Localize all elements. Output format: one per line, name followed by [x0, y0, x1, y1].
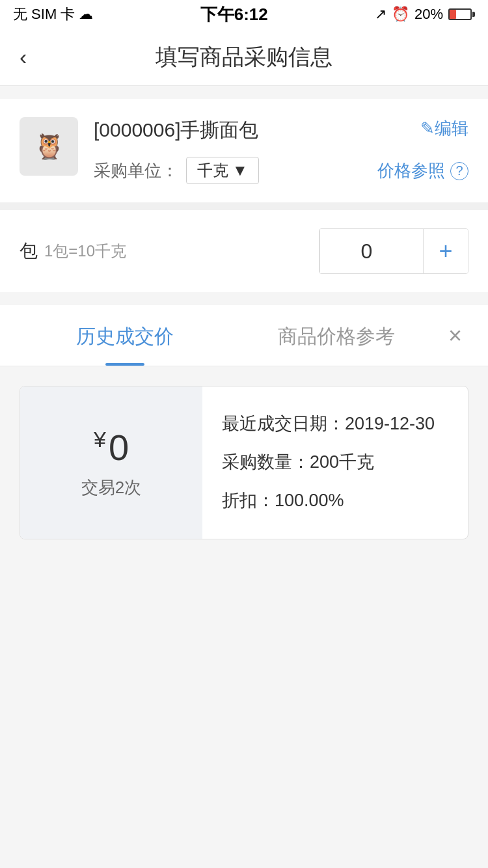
- tab-active-indicator: [105, 363, 144, 366]
- battery-icon: [448, 8, 475, 20]
- unit-bag-label: 包: [20, 239, 38, 264]
- status-time: 下午6:12: [200, 3, 268, 26]
- dropdown-arrow-icon: ▼: [232, 161, 248, 180]
- unit-dropdown[interactable]: 千克 ▼: [186, 157, 259, 184]
- quantity-row: 包 1包=10千克 +: [0, 210, 488, 292]
- quantity-unit-label: 包 1包=10千克: [20, 239, 126, 264]
- product-actions: ✎编辑 价格参照 ?: [377, 117, 468, 182]
- product-logo-icon: 🦉: [34, 132, 64, 161]
- product-thumbnail: 🦉: [20, 117, 78, 176]
- status-bar: 无 SIM 卡 ☁ 下午6:12 ↗ ⏰ 20%: [0, 0, 488, 29]
- nav-bar: ‹ 填写商品采购信息: [0, 29, 488, 86]
- discount-value: 100.00%: [275, 491, 344, 510]
- trade-count: 交易2次: [81, 476, 141, 499]
- location-icon: ↗: [375, 6, 386, 23]
- quantity-plus-button[interactable]: +: [424, 229, 468, 273]
- alarm-icon: ⏰: [392, 6, 409, 23]
- price-summary-panel: ¥0 交易2次: [20, 387, 202, 539]
- edit-button[interactable]: ✎编辑: [420, 117, 468, 140]
- unit-conversion-note: 1包=10千克: [44, 241, 126, 262]
- price-detail-panel: 最近成交日期：2019-12-30 采购数量：200千克 折扣：100.00%: [202, 387, 468, 539]
- product-name: [0000006]手撕面包: [94, 117, 259, 144]
- purchase-qty-row: 采购数量：200千克: [222, 448, 448, 476]
- discount-label: 折扣：: [222, 491, 275, 510]
- product-card: 🦉 [0000006]手撕面包 采购单位： 千克 ▼ ✎编辑 价格参照 ?: [0, 99, 488, 202]
- quantity-input[interactable]: [319, 229, 424, 273]
- back-button[interactable]: ‹: [20, 38, 33, 76]
- page-title: 填写商品采购信息: [156, 42, 332, 72]
- price-ref-label: 价格参照: [377, 159, 445, 182]
- price-value: 0: [109, 427, 129, 468]
- tab-history-price[interactable]: 历史成交价: [20, 305, 230, 366]
- recent-date-row: 最近成交日期：2019-12-30: [222, 410, 448, 438]
- purchase-qty-label: 采购数量：: [222, 452, 310, 472]
- discount-row: 折扣：100.00%: [222, 487, 448, 515]
- recent-date-label: 最近成交日期：: [222, 414, 345, 433]
- recent-date-value: 2019-12-30: [345, 414, 435, 433]
- quantity-control: +: [319, 228, 468, 274]
- tab-price-reference[interactable]: 商品价格参考: [230, 305, 441, 366]
- price-card: ¥0 交易2次 最近成交日期：2019-12-30 采购数量：200千克 折扣：…: [20, 386, 468, 539]
- product-info: [0000006]手撕面包 采购单位： 千克 ▼: [94, 117, 259, 184]
- content-area: 历史成交价 商品价格参考 × ¥0 交易2次 最近成交日期：2019-12-30…: [0, 305, 488, 696]
- unit-value: 千克: [197, 160, 228, 181]
- purchase-qty-value: 200千克: [310, 452, 374, 472]
- close-button[interactable]: ×: [442, 316, 468, 356]
- product-unit-row: 采购单位： 千克 ▼: [94, 157, 259, 184]
- status-left: 无 SIM 卡 ☁: [13, 5, 93, 24]
- tabs-container: 历史成交价 商品价格参考 ×: [0, 305, 488, 366]
- section-divider: [0, 202, 488, 210]
- currency-symbol: ¥: [94, 427, 106, 452]
- sim-label: 无 SIM 卡 ☁: [13, 5, 93, 24]
- price-amount: ¥0: [94, 426, 129, 468]
- purchase-unit-label: 采购单位：: [94, 159, 178, 182]
- status-right: ↗ ⏰ 20%: [375, 6, 475, 23]
- price-ref-button[interactable]: 价格参照 ?: [377, 159, 468, 182]
- price-ref-help-icon: ?: [450, 162, 468, 180]
- battery-percent: 20%: [414, 6, 443, 23]
